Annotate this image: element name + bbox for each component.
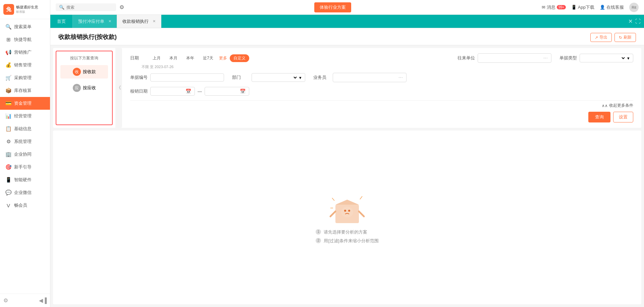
doc-type-select-wrap[interactable]: ▾ [580, 54, 633, 62]
date-custom-btn[interactable]: 自定义 [230, 54, 249, 62]
sidebar-item-purchase[interactable]: 🛒 采购管理 [0, 71, 50, 84]
dept-select[interactable] [255, 75, 298, 80]
settings-icon[interactable]: ⚙ [3, 297, 8, 304]
sidebar-item-marketing[interactable]: 📢 营销推广 [0, 46, 50, 59]
logo-badge: 标准版 [16, 10, 38, 14]
sidebar-item-management[interactable]: 📊 经营管理 [0, 110, 50, 122]
counterpart-input[interactable] [481, 56, 541, 60]
writeoff-start-input[interactable]: 2023-03-01 [154, 89, 184, 94]
date-this-year[interactable]: 本年 [183, 54, 197, 62]
doc-type-label: 单据类型 [559, 55, 577, 61]
dept-select-wrap[interactable]: ▾ [252, 73, 305, 82]
counterpart-label: 往来单位 [458, 55, 475, 61]
page-header: 收款核销执行(按收款) ↗ 导出 ↻ 刷新 [50, 28, 644, 45]
tab-home[interactable]: 首页 [50, 15, 73, 28]
expand-icon[interactable]: ⛶ [635, 18, 641, 24]
filter-by-receipt[interactable]: 收 按收款 [60, 65, 108, 79]
close-tab-icon[interactable]: ✕ [628, 18, 633, 24]
calendar-start-icon[interactable]: 📅 [185, 89, 191, 94]
filter-right-panel: 日期 上月 本月 本年 近7天 更多 自定义 往来单位 [122, 48, 641, 128]
tab-close-receipts[interactable]: ✕ [153, 19, 156, 23]
collapse-chevron-icon: ∧∧ [602, 103, 608, 108]
online-service-button[interactable]: 👤 在线客服 [600, 4, 624, 10]
app-icon: 📱 [571, 5, 577, 10]
date-more-btn[interactable]: 更多 [219, 55, 227, 61]
empty-state: 1 请先选择要分析的方案 2 用[过滤]条件来缩小分析范围 [53, 131, 641, 304]
corp-icon: 🏢 [5, 151, 11, 157]
messages-button[interactable]: ✉ 消息 99+ [542, 4, 566, 10]
logo-text: 畅捷通好生意 [16, 5, 38, 9]
topbar-search[interactable]: 🔍 [56, 3, 116, 11]
staff-input-wrap[interactable]: ··· [333, 73, 407, 82]
sidebar-item-wechat[interactable]: 💬 企业微信 [0, 186, 50, 199]
dropdown-icon: ▾ [627, 56, 630, 61]
doc-no-label: 单据编号 [130, 74, 148, 81]
purchase-icon: 🛒 [5, 75, 11, 81]
sidebar-item-guide[interactable]: 🎯 新手引导 [0, 161, 50, 173]
svg-point-4 [348, 210, 350, 212]
svg-line-6 [360, 196, 362, 199]
collapse-more-btn[interactable]: ∧∧ 收起更多条件 [130, 100, 633, 110]
svg-line-8 [330, 211, 335, 216]
export-button[interactable]: ↗ 导出 [590, 33, 612, 42]
sidebar-item-search[interactable]: 🔍 搜索菜单 [0, 20, 50, 33]
message-icon: ✉ [542, 5, 545, 10]
writeoff-start-wrap[interactable]: 2023-03-01 📅 [150, 87, 195, 96]
sidebar-item-sales[interactable]: 💰 销售管理 [0, 59, 50, 71]
search-nav-icon: 🔍 [5, 24, 11, 30]
management-icon: 📊 [5, 113, 11, 119]
sidebar-item-basic[interactable]: 📋 基础信息 [0, 122, 50, 135]
tab-receipts[interactable]: 收款核销执行 ✕ [117, 15, 161, 28]
staff-dots-icon[interactable]: ··· [398, 74, 403, 81]
counterpart-input-wrap[interactable]: ··· [478, 53, 551, 63]
filter-by-receivable[interactable]: 应 按应收 [60, 81, 108, 95]
sidebar-item-hardware[interactable]: 📱 智能硬件 [0, 173, 50, 186]
topbar-right: ✉ 消息 99+ 📱 App下载 👤 在线客服 Rit [542, 3, 639, 12]
sidebar-logo: 兔 畅捷通好生意 标准版 [0, 0, 50, 19]
query-button[interactable]: 查询 [588, 112, 610, 122]
filter-row-3: 核销日期 2023-03-01 📅 — 2023-07-21 📅 [130, 87, 633, 96]
dept-label: 部门 [232, 74, 249, 81]
staff-input[interactable] [336, 75, 396, 80]
tab-prepay[interactable]: 预付冲应付单 ✕ [73, 15, 117, 28]
doc-type-select[interactable] [583, 55, 626, 61]
export-icon: ↗ [595, 35, 598, 40]
doc-no-input[interactable] [154, 75, 220, 80]
sidebar-item-system[interactable]: ⚙ 系统管理 [0, 135, 50, 148]
tab-close-prepay[interactable]: ✕ [108, 19, 111, 23]
basic-icon: 📋 [5, 126, 11, 132]
writeoff-date-label: 核销日期 [130, 88, 148, 94]
writeoff-end-wrap[interactable]: 2023-07-21 📅 [205, 87, 249, 96]
topbar-left: 🔍 ⚙ [56, 3, 124, 11]
doc-no-input-wrap[interactable] [150, 73, 224, 82]
date-7days[interactable]: 近7天 [200, 54, 216, 62]
member-icon: V [5, 203, 11, 208]
sidebar-item-quicknav[interactable]: ⊞ 快捷导航 [0, 33, 50, 46]
refresh-button[interactable]: ↻ 刷新 [614, 33, 636, 42]
industry-button[interactable]: 体验行业方案 [314, 2, 351, 12]
writeoff-end-input[interactable]: 2023-07-21 [208, 89, 238, 94]
content: 收款核销执行(按收款) ↗ 导出 ↻ 刷新 按以下方案查询 [50, 28, 644, 307]
search-input[interactable] [66, 5, 110, 10]
filter-section: 按以下方案查询 收 按收款 应 按应收 《 日期 [53, 48, 641, 128]
sidebar-item-member[interactable]: V 畅会员 [0, 199, 50, 212]
date-this-month[interactable]: 本月 [166, 54, 180, 62]
sidebar-bottom: ⚙ ◀▐ [0, 294, 50, 307]
collapse-sidebar-icon[interactable]: ◀▐ [39, 297, 47, 304]
sidebar-nav: 🔍 搜索菜单 ⊞ 快捷导航 📢 营销推广 💰 销售管理 🛒 采购管理 📦 库存核… [0, 19, 50, 294]
staff-label: 业务员 [313, 74, 330, 81]
filter-collapse-btn[interactable]: 《 [115, 48, 122, 128]
sidebar-item-inventory[interactable]: 📦 库存核算 [0, 84, 50, 97]
topbar-gear-icon[interactable]: ⚙ [119, 4, 124, 10]
user-avatar[interactable]: Rit [629, 3, 639, 12]
sidebar-item-corp[interactable]: 🏢 企业协同 [0, 148, 50, 161]
empty-tip-2: 2 用[过滤]条件来缩小分析范围 [316, 238, 378, 244]
sidebar-item-finance[interactable]: 💳 资金管理 [0, 97, 50, 110]
app-download-button[interactable]: 📱 App下载 [571, 4, 594, 10]
setting-button[interactable]: 设置 [613, 112, 633, 122]
quicknav-icon: ⊞ [5, 37, 11, 43]
counterpart-dots-icon[interactable]: ··· [543, 55, 548, 61]
calendar-end-icon[interactable]: 📅 [240, 89, 246, 94]
date-last-month[interactable]: 上月 [150, 54, 164, 62]
inventory-icon: 📦 [5, 88, 11, 94]
